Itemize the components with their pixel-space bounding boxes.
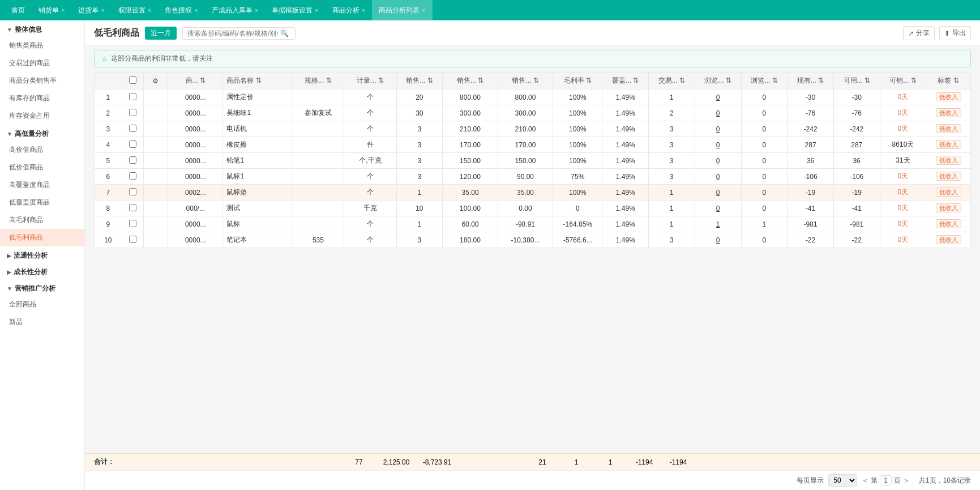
cell-check[interactable] (122, 90, 143, 105)
nav-item-roles[interactable]: 角色授权 × (158, 0, 204, 20)
row-checkbox-2[interactable] (129, 125, 136, 132)
cell-check[interactable] (122, 232, 143, 248)
th-view1[interactable]: 浏览... ⇅ (695, 73, 741, 90)
cell-cover: 1.49% (602, 216, 649, 232)
search-input[interactable] (187, 29, 278, 37)
cell-view1[interactable]: 0 (695, 185, 741, 201)
th-sale-profit[interactable]: 销售... ⇅ (498, 73, 553, 90)
row-checkbox-3[interactable] (129, 140, 136, 148)
cell-view1[interactable]: 0 (695, 90, 741, 105)
th-unit[interactable]: 计量... ⇅ (344, 73, 396, 90)
cell-view1[interactable]: 1 (695, 216, 741, 232)
sidebar-group-flow[interactable]: ▶ 流通性分析 (0, 246, 84, 263)
cell-view1[interactable]: 0 (695, 137, 741, 153)
cell-sale-price: 60.00 (443, 216, 498, 232)
row-checkbox-9[interactable] (129, 236, 136, 243)
cell-view1[interactable]: 0 (695, 121, 741, 137)
prev-page-button[interactable]: ＜ (862, 476, 868, 485)
sidebar-item-high-coverage[interactable]: 高覆盖度商品 (0, 176, 84, 194)
cell-check[interactable] (122, 169, 143, 185)
sidebar-item-all-goods[interactable]: 全部商品 (0, 296, 84, 313)
th-spec[interactable]: 规格... ⇅ (292, 73, 344, 90)
cell-spec (292, 169, 344, 185)
th-check[interactable] (122, 73, 143, 90)
period-button[interactable]: 近一月 (145, 27, 177, 40)
nav-close-purchase[interactable]: × (101, 7, 104, 14)
sidebar-item-stocked-goods[interactable]: 有库存的商品 (0, 90, 84, 107)
sidebar-item-new-goods[interactable]: 新品 (0, 313, 84, 331)
sidebar-item-traded-goods[interactable]: 交易过的商品 (0, 54, 84, 72)
nav-close-goods-list[interactable]: × (422, 7, 425, 14)
nav-close-sales[interactable]: × (61, 7, 65, 14)
nav-item-products[interactable]: 产成品入库单 × (205, 0, 265, 20)
th-sale-price[interactable]: 销售... ⇅ (443, 73, 498, 90)
th-avail[interactable]: 可用... ⇅ (833, 73, 880, 90)
sidebar-item-low-profit[interactable]: 低毛利商品 (0, 229, 84, 246)
row-checkbox-6[interactable] (129, 188, 136, 195)
row-checkbox-5[interactable] (129, 172, 136, 180)
cell-view1[interactable]: 0 (695, 169, 741, 185)
sidebar-item-high-value[interactable]: 高价值商品 (0, 141, 84, 159)
sidebar-item-low-value[interactable]: 低价值商品 (0, 159, 84, 176)
nav-close-roles[interactable]: × (194, 7, 198, 14)
cell-view1[interactable]: 0 (695, 201, 741, 216)
cell-check[interactable] (122, 201, 143, 216)
cell-check[interactable] (122, 121, 143, 137)
cell-view1[interactable]: 0 (695, 105, 741, 121)
row-checkbox-1[interactable] (129, 109, 136, 116)
row-checkbox-4[interactable] (129, 156, 136, 164)
nav-item-template[interactable]: 单据模板设置 × (265, 0, 325, 20)
sidebar-item-category-rate[interactable]: 商品分类销售率 (0, 72, 84, 90)
th-name[interactable]: 商品名称 ⇅ (223, 73, 292, 90)
row-checkbox-8[interactable] (129, 220, 136, 227)
th-gear[interactable]: ⚙ (143, 73, 168, 90)
th-trade[interactable]: 交易... ⇅ (649, 73, 695, 90)
nav-item-sales[interactable]: 销货单 × (32, 0, 71, 20)
cell-gear (143, 232, 168, 248)
sidebar-item-inventory-capital[interactable]: 库存资金占用 (0, 107, 84, 125)
search-icon[interactable]: 🔍 (280, 29, 289, 37)
cell-check[interactable] (122, 137, 143, 153)
next-page-button[interactable]: ＞ (903, 476, 910, 485)
sort-icon-sale-days: ⇅ (911, 76, 917, 84)
share-button[interactable]: ↗ 分享 (903, 26, 935, 40)
th-stock[interactable]: 现有... ⇅ (788, 73, 834, 90)
check-all[interactable] (129, 76, 136, 84)
nav-item-goods-list[interactable]: 商品分析列表 × (372, 0, 432, 20)
nav-close-permissions[interactable]: × (148, 7, 151, 14)
row-checkbox-7[interactable] (129, 204, 136, 211)
cell-view1[interactable]: 0 (695, 232, 741, 248)
th-code[interactable]: 商... ⇅ (168, 73, 223, 90)
nav-close-template[interactable]: × (315, 7, 318, 14)
sidebar-group-growth[interactable]: ▶ 成长性分析 (0, 263, 84, 279)
sidebar-item-sales-goods[interactable]: 销售类商品 (0, 37, 84, 54)
nav-item-permissions[interactable]: 权限设置 × (112, 0, 158, 20)
cell-cover: 1.49% (602, 105, 649, 121)
th-cover[interactable]: 覆盖... ⇅ (602, 73, 649, 90)
page-size-select[interactable]: 50 100 200 (828, 474, 857, 487)
nav-item-purchase[interactable]: 进货单 × (71, 0, 111, 20)
th-gross[interactable]: 毛利率 ⇅ (553, 73, 602, 90)
cell-check[interactable] (122, 216, 143, 232)
export-button[interactable]: ⬆ 导出 (939, 26, 971, 40)
nav-item-home[interactable]: 首页 (5, 0, 32, 20)
sidebar-group-overall[interactable]: ▼ 整体信息 (0, 20, 84, 37)
cell-view2: 0 (741, 201, 788, 216)
sidebar-item-low-coverage[interactable]: 低覆盖度商品 (0, 194, 84, 211)
sidebar-group-highlevel[interactable]: ▼ 高低量分析 (0, 125, 84, 141)
sidebar-item-high-profit[interactable]: 高毛利商品 (0, 211, 84, 229)
nav-close-products[interactable]: × (255, 7, 258, 14)
cell-check[interactable] (122, 153, 143, 169)
th-sale-qty[interactable]: 销售... ⇅ (396, 73, 443, 90)
cell-check[interactable] (122, 185, 143, 201)
cell-view1[interactable]: 0 (695, 153, 741, 169)
row-checkbox-0[interactable] (129, 93, 136, 100)
th-tag[interactable]: 标签 ⇅ (926, 73, 971, 90)
nav-close-goods-analysis[interactable]: × (362, 7, 365, 14)
current-page[interactable]: 1 (880, 475, 892, 485)
th-view2[interactable]: 浏览... ⇅ (741, 73, 788, 90)
th-sale-days[interactable]: 可销... ⇅ (880, 73, 926, 90)
sidebar-group-marketing[interactable]: ▼ 营销推广分析 (0, 279, 84, 296)
cell-check[interactable] (122, 105, 143, 121)
nav-item-goods-analysis[interactable]: 商品分析 × (326, 0, 372, 20)
